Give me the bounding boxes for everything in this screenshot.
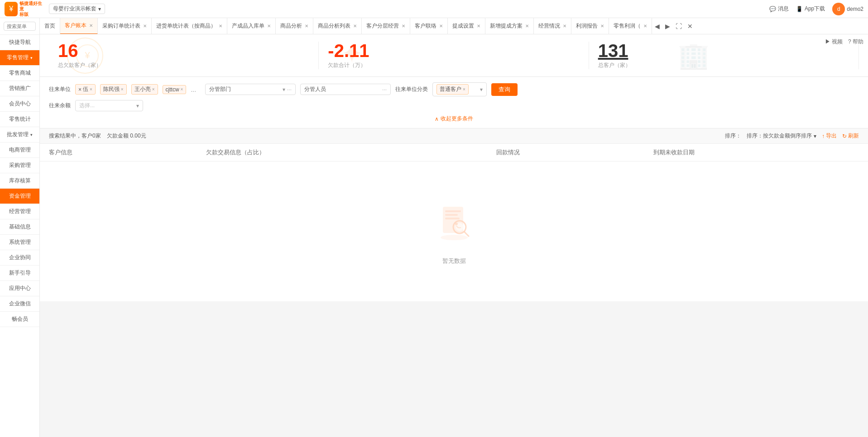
sidebar-item-app-center[interactable]: 应用中心 xyxy=(0,281,39,296)
sidebar: 快捷导航 零售管理 ▾ 零售商城 营销推广 会员中心 零售统计 批发管理 ▾ 电… xyxy=(0,18,40,437)
chevron-up-icon: ∧ xyxy=(435,116,439,122)
query-button[interactable]: 查询 xyxy=(491,83,518,96)
tab-customer-tier[interactable]: 客户分层经营 ✕ xyxy=(362,18,410,34)
tab-goods-analysis-list[interactable]: 商品分析列表 ✕ xyxy=(313,18,362,34)
tabs-prev-btn[interactable]: ◀ xyxy=(652,18,662,34)
close-icon[interactable]: ✕ xyxy=(600,24,604,28)
close-icon[interactable]: ✕ xyxy=(305,24,308,28)
close-icon[interactable]: ✕ xyxy=(89,23,93,28)
dept-label: 分管部门 xyxy=(209,86,231,93)
stat3-label: 总客户（家） xyxy=(598,62,631,69)
sidebar-item-retail-stats[interactable]: 零售统计 xyxy=(0,112,39,127)
sidebar-item-retail-mgmt[interactable]: 零售管理 ▾ xyxy=(0,50,39,66)
close-icon[interactable]: ✕ xyxy=(563,24,566,28)
empty-text: 暂无数据 xyxy=(442,257,466,265)
tab-goods-analysis[interactable]: 商品分析 ✕ xyxy=(276,18,313,34)
store-selector[interactable]: 母婴行业演示帐套 ▾ xyxy=(49,4,105,14)
sidebar-item-finance[interactable]: 资金管理 xyxy=(0,189,39,204)
tab-operations-status[interactable]: 经营情况 ✕ xyxy=(534,18,571,34)
sidebar-item-operations[interactable]: 经营管理 xyxy=(0,204,39,219)
top-bar: ¥ 畅捷通好生意 标版 母婴行业演示帐套 ▾ 💬 消息 📱 App下载 d de… xyxy=(0,0,868,18)
tab-product-instock[interactable]: 产成品入库单 ✕ xyxy=(227,18,276,34)
chevron-down-icon: ▾ xyxy=(136,103,139,109)
balance-placeholder: 选择... xyxy=(79,102,95,109)
tag-close-category[interactable]: × xyxy=(463,87,465,92)
message-btn[interactable]: 💬 消息 xyxy=(769,5,789,13)
sidebar-item-wholesale-mgmt[interactable]: 批发管理 ▾ xyxy=(0,127,39,142)
sidebar-item-member-center[interactable]: 会员中心 xyxy=(0,96,39,112)
help-icon: ? xyxy=(848,38,851,45)
balance-selector[interactable]: 选择... ▾ xyxy=(75,100,143,111)
filter-row-2: 往来余额 选择... ▾ xyxy=(49,100,859,111)
sidebar-item-wechat[interactable]: 企业微信 xyxy=(0,296,39,312)
sidebar-item-retail-mall[interactable]: 零售商城 xyxy=(0,66,39,81)
tabs-expand-btn[interactable]: ⛶ xyxy=(673,18,685,34)
close-icon[interactable]: ✕ xyxy=(402,24,405,28)
close-icon[interactable]: ✕ xyxy=(143,24,147,28)
sidebar-item-ecommerce[interactable]: 电商管理 xyxy=(0,142,39,158)
stat-block-1: 16 总欠款客户（家） xyxy=(49,42,319,69)
filter-tag-x: × 伍 × xyxy=(75,84,96,95)
sidebar-item-quick-nav[interactable]: 快捷导航 xyxy=(0,35,39,50)
stat2-label: 欠款合计（万） xyxy=(328,62,366,69)
tab-home[interactable]: 首页 xyxy=(40,18,60,34)
avatar: d xyxy=(832,3,845,15)
chevron-down-icon: ▾ xyxy=(283,86,285,93)
category-selector[interactable]: 普通客户 × ▾ xyxy=(432,82,487,96)
close-icon[interactable]: ✕ xyxy=(219,24,222,28)
close-icon[interactable]: ✕ xyxy=(525,24,529,28)
tag-close-cjttcw[interactable]: × xyxy=(181,87,183,92)
dept-selector[interactable]: 分管部门 ▾ ··· xyxy=(205,84,296,95)
export-btn[interactable]: ↑ 导出 xyxy=(822,132,837,140)
balance-label: 往来余额 xyxy=(49,102,71,109)
sidebar-item-marketing[interactable]: 营销推广 xyxy=(0,81,39,96)
sidebar-item-inventory[interactable]: 库存核算 xyxy=(0,173,39,189)
tab-profit-report[interactable]: 利润报告 ✕ xyxy=(571,18,609,34)
category-tag: 普通客户 × xyxy=(436,84,469,95)
filter-more-btn[interactable]: ... xyxy=(191,86,196,93)
chevron-down-icon: ▾ xyxy=(98,6,101,12)
amount-text: 欠款金额 0.00元 xyxy=(107,133,146,139)
sidebar-item-purchase[interactable]: 采购管理 xyxy=(0,158,39,173)
user-profile[interactable]: d demo2 xyxy=(832,3,863,15)
empty-icon xyxy=(432,198,477,252)
person-selector[interactable]: 分管人员 ··· xyxy=(300,84,391,95)
col-payment-status: 回款情况 xyxy=(487,144,644,162)
search-input[interactable] xyxy=(4,22,36,31)
close-icon[interactable]: ✕ xyxy=(267,24,271,28)
close-icon[interactable]: ✕ xyxy=(353,24,357,28)
sidebar-item-basic-info[interactable]: 基础信息 xyxy=(0,219,39,235)
tabs-close-all-btn[interactable]: ✕ xyxy=(685,18,695,34)
tabs-next-btn[interactable]: ▶ xyxy=(662,18,673,34)
tab-add-commission[interactable]: 新增提成方案 ✕ xyxy=(485,18,534,34)
tab-retail-profit[interactable]: 零售利润（ ✕ xyxy=(609,18,652,34)
sort-selector[interactable]: 排序：按欠款金额倒序排序 ▾ xyxy=(747,132,816,140)
sidebar-item-member[interactable]: 畅会员 xyxy=(0,312,39,327)
help-link[interactable]: ? 帮助 xyxy=(848,38,863,46)
refresh-btn[interactable]: ↻ 刷新 xyxy=(842,132,859,140)
stats-top-links: ▶ 视频 ? 帮助 xyxy=(825,38,863,46)
svg-point-8 xyxy=(455,223,458,225)
tab-purchase-order-stats[interactable]: 采购订单统计表 ✕ xyxy=(98,18,152,34)
tab-customer-contact[interactable]: 客户联络 ✕ xyxy=(410,18,448,34)
ellipsis-icon2: ··· xyxy=(382,86,387,93)
sidebar-item-system[interactable]: 系统管理 xyxy=(0,235,39,250)
filter-tag-wang: 王小亮 × xyxy=(131,84,158,95)
results-left: 搜索结果中，客户0家 欠款金额 0.00元 xyxy=(49,132,146,140)
tab-commission-settings[interactable]: 提成设置 ✕ xyxy=(448,18,485,34)
app-download-btn[interactable]: 📱 App下载 xyxy=(796,5,825,13)
video-link[interactable]: ▶ 视频 xyxy=(825,38,843,46)
close-icon[interactable]: ✕ xyxy=(439,24,443,28)
collapse-button[interactable]: ∧ 收起更多条件 xyxy=(435,115,473,123)
tab-purchase-goods-stats[interactable]: 进货单统计表（按商品） ✕ xyxy=(152,18,227,34)
tag-close-chen[interactable]: × xyxy=(121,87,124,92)
tag-close-wu[interactable]: × xyxy=(90,87,92,92)
user-label: demo2 xyxy=(847,6,863,12)
sidebar-item-newbie[interactable]: 新手引导 xyxy=(0,266,39,281)
tab-customer-ledger[interactable]: 客户账本 ✕ xyxy=(60,18,98,34)
close-icon[interactable]: ✕ xyxy=(643,24,647,28)
refresh-icon: ↻ xyxy=(842,133,847,139)
tag-close-wang[interactable]: × xyxy=(152,87,155,92)
close-icon[interactable]: ✕ xyxy=(477,24,480,28)
sidebar-item-enterprise[interactable]: 企业协同 xyxy=(0,250,39,266)
